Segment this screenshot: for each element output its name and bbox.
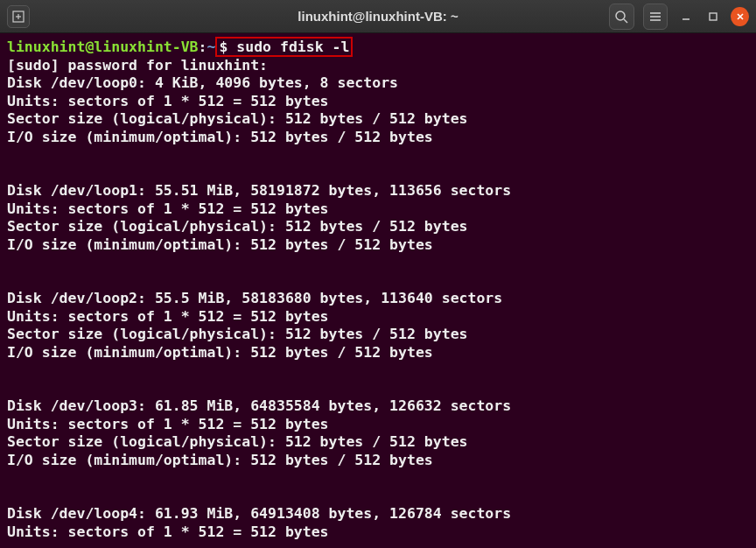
prompt-user-host: linuxhint@linuxhint-VB	[7, 39, 199, 55]
blank-line	[7, 362, 749, 380]
terminal-body[interactable]: linuxhint@linuxhint-VB:~$ sudo fdisk -l[…	[0, 33, 756, 548]
output-line: Units: sectors of 1 * 512 = 512 bytes	[7, 523, 749, 542]
menu-button[interactable]	[643, 4, 668, 30]
prompt-separator: :	[199, 39, 207, 55]
blank-line	[7, 380, 749, 398]
hamburger-icon	[648, 10, 662, 24]
output-line: Units: sectors of 1 * 512 = 512 bytes	[7, 93, 749, 111]
output-line: [sudo] password for linuxhint:	[7, 57, 749, 75]
output-line: Disk /dev/loop2: 55.5 MiB, 58183680 byte…	[7, 290, 749, 308]
output-line: I/O size (minimum/optimal): 512 bytes / …	[7, 236, 749, 255]
command-text: sudo fdisk -l	[236, 39, 349, 55]
window-title: linuxhint@linuxhint-VB: ~	[147, 9, 609, 24]
output-line: Disk /dev/loop1: 55.51 MiB, 58191872 byt…	[7, 182, 749, 200]
maximize-button[interactable]	[704, 7, 722, 26]
titlebar: linuxhint@linuxhint-VB: ~	[0, 0, 756, 33]
close-icon	[735, 11, 746, 22]
terminal-window: linuxhint@linuxhint-VB: ~	[0, 0, 756, 548]
blank-line	[7, 165, 749, 183]
close-button[interactable]	[731, 7, 749, 26]
titlebar-left	[7, 5, 147, 28]
svg-rect-9	[710, 13, 717, 20]
output-line: I/O size (minimum/optimal): 512 bytes / …	[7, 344, 749, 362]
minimize-icon	[681, 11, 691, 22]
svg-point-3	[616, 11, 625, 20]
blank-line	[7, 146, 749, 165]
output-line: Units: sectors of 1 * 512 = 512 bytes	[7, 416, 749, 434]
maximize-icon	[708, 11, 718, 22]
blank-line	[7, 254, 749, 272]
output-line: Sector size (logical/physical): 512 byte…	[7, 433, 749, 452]
search-icon	[614, 10, 628, 24]
svg-line-4	[624, 19, 627, 23]
command-highlight-box: $ sudo fdisk -l	[215, 37, 353, 57]
blank-line	[7, 272, 749, 291]
minimize-button[interactable]	[676, 7, 695, 26]
prompt-line: linuxhint@linuxhint-VB:~$ sudo fdisk -l	[7, 39, 749, 57]
output-line: Units: sectors of 1 * 512 = 512 bytes	[7, 200, 749, 219]
output-line: Disk /dev/loop4: 61.93 MiB, 64913408 byt…	[7, 505, 749, 523]
output-line: I/O size (minimum/optimal): 512 bytes / …	[7, 129, 749, 147]
output-line: I/O size (minimum/optimal): 512 bytes / …	[7, 452, 749, 470]
prompt-symbol: $	[219, 39, 236, 55]
output-line: Disk /dev/loop3: 61.85 MiB, 64835584 byt…	[7, 397, 749, 416]
blank-line	[7, 469, 749, 488]
new-tab-button[interactable]	[7, 5, 30, 28]
output-line: Sector size (logical/physical): 512 byte…	[7, 110, 749, 129]
output-line: Sector size (logical/physical): 512 byte…	[7, 326, 749, 344]
output-line: Sector size (logical/physical): 512 byte…	[7, 218, 749, 236]
prompt-path: ~	[206, 39, 215, 55]
output-line: Units: sectors of 1 * 512 = 512 bytes	[7, 308, 749, 327]
new-tab-icon	[12, 11, 24, 23]
search-button[interactable]	[609, 4, 634, 30]
titlebar-right	[609, 4, 749, 30]
output-line: Disk /dev/loop0: 4 KiB, 4096 bytes, 8 se…	[7, 74, 749, 93]
blank-line	[7, 488, 749, 506]
